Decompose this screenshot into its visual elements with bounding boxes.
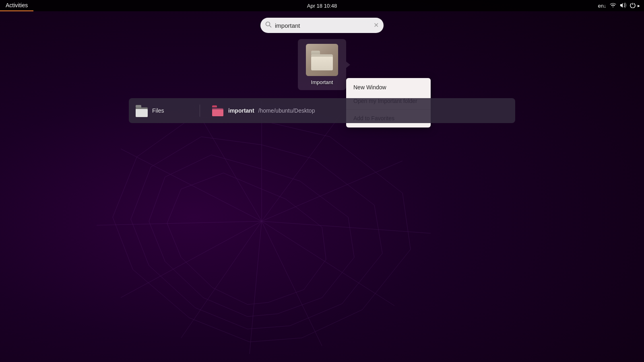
results-vertical-divider bbox=[200, 105, 200, 117]
important-app-icon[interactable]: Important bbox=[298, 39, 346, 90]
context-arrow bbox=[346, 62, 350, 68]
files-app-icon bbox=[135, 104, 148, 117]
language-indicator[interactable]: en↓ bbox=[598, 3, 606, 9]
topbar-left: Activities bbox=[0, 0, 33, 11]
power-icon[interactable] bbox=[630, 2, 641, 9]
search-input[interactable] bbox=[275, 22, 370, 29]
svg-line-18 bbox=[270, 26, 272, 28]
results-items: important /home/ubuntu/Desktop bbox=[208, 103, 319, 118]
app-icon-area: Important New Window Open my Important f… bbox=[298, 39, 346, 90]
results-section-files: Files bbox=[135, 104, 192, 117]
search-icon bbox=[265, 21, 272, 29]
folder-icon-inner bbox=[310, 49, 334, 70]
volume-icon bbox=[620, 2, 626, 9]
app-icon-label: Important bbox=[311, 79, 333, 85]
result-file-item[interactable]: important /home/ubuntu/Desktop bbox=[208, 103, 319, 118]
wifi-icon bbox=[609, 2, 617, 9]
context-menu-new-window[interactable]: New Window bbox=[346, 80, 431, 94]
search-bar: ✕ bbox=[260, 18, 384, 33]
topbar-right: en↓ bbox=[598, 2, 644, 9]
search-results-panel: Files important /home/ubuntu/Desktop bbox=[129, 98, 515, 123]
result-file-name: important bbox=[228, 107, 254, 114]
folder-icon-graphic bbox=[306, 44, 338, 76]
result-file-icon bbox=[212, 105, 224, 117]
results-row: Files important /home/ubuntu/Desktop bbox=[129, 100, 515, 121]
files-section-icon bbox=[135, 104, 148, 117]
search-container: ✕ bbox=[260, 18, 384, 33]
topbar-datetime: Apr 18 10:48 bbox=[307, 3, 337, 9]
svg-marker-16 bbox=[638, 5, 640, 7]
files-section-label: Files bbox=[152, 107, 164, 114]
topbar: Activities Apr 18 10:48 en↓ bbox=[0, 0, 644, 11]
folder-front bbox=[311, 57, 333, 70]
activities-button[interactable]: Activities bbox=[0, 0, 33, 11]
search-clear-button[interactable]: ✕ bbox=[374, 22, 379, 29]
svg-point-17 bbox=[266, 22, 270, 26]
folder-tab bbox=[311, 51, 320, 54]
result-file-path: /home/ubuntu/Desktop bbox=[258, 107, 315, 114]
files-icon-front bbox=[136, 109, 148, 117]
